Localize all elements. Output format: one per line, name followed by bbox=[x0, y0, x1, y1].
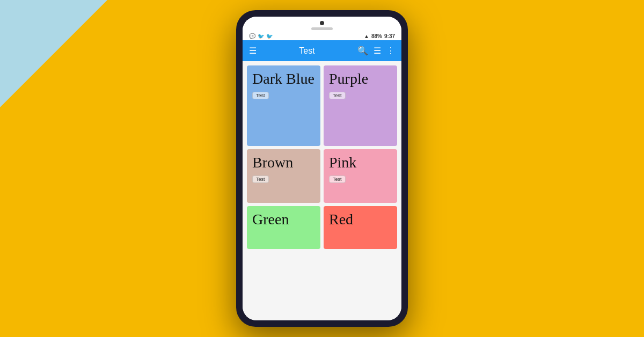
card-purple[interactable]: Purple Test bbox=[324, 65, 397, 146]
status-icons-left: 💬 🐦 🐦 bbox=[249, 33, 273, 39]
card-green-title: Green bbox=[252, 211, 315, 228]
phone-wrapper: 💬 🐦 🐦 ▲ 88% 9:37 ☰ Test 🔍 ☰ ⋮ bbox=[236, 10, 408, 327]
card-dark-blue-badge: Test bbox=[252, 92, 269, 99]
card-red-title: Red bbox=[329, 211, 392, 228]
more-options-icon[interactable]: ⋮ bbox=[386, 46, 395, 56]
app-bar: ☰ Test 🔍 ☰ ⋮ bbox=[243, 40, 401, 61]
card-pink-title: Pink bbox=[329, 155, 392, 171]
hamburger-menu-icon[interactable]: ☰ bbox=[249, 46, 257, 56]
card-green[interactable]: Green bbox=[247, 206, 320, 249]
card-brown-title: Brown bbox=[252, 155, 315, 171]
twitter-icon-2: 🐦 bbox=[266, 33, 273, 39]
twitter-icon-1: 🐦 bbox=[258, 33, 264, 39]
battery-level: 88% bbox=[371, 33, 382, 39]
clock: 9:37 bbox=[384, 33, 395, 39]
card-brown[interactable]: Brown Test bbox=[247, 149, 320, 203]
front-camera bbox=[320, 21, 324, 25]
card-pink-badge: Test bbox=[329, 175, 346, 183]
color-grid: Dark Blue Test Purple Test Brown Test Pi… bbox=[247, 65, 397, 249]
phone-hardware-top bbox=[243, 17, 401, 32]
message-icon: 💬 bbox=[249, 33, 255, 39]
search-icon[interactable]: 🔍 bbox=[357, 46, 368, 56]
card-red[interactable]: Red bbox=[324, 206, 397, 249]
status-indicators-right: ▲ 88% 9:37 bbox=[364, 33, 395, 39]
card-purple-badge: Test bbox=[329, 92, 346, 99]
phone-body: 💬 🐦 🐦 ▲ 88% 9:37 ☰ Test 🔍 ☰ ⋮ bbox=[236, 10, 408, 327]
phone-screen: 💬 🐦 🐦 ▲ 88% 9:37 ☰ Test 🔍 ☰ ⋮ bbox=[243, 17, 401, 320]
app-title: Test bbox=[262, 46, 352, 56]
status-bar: 💬 🐦 🐦 ▲ 88% 9:37 bbox=[243, 32, 401, 40]
list-view-icon[interactable]: ☰ bbox=[374, 46, 381, 56]
card-brown-badge: Test bbox=[252, 175, 269, 183]
content-area: Dark Blue Test Purple Test Brown Test Pi… bbox=[243, 61, 401, 320]
card-purple-title: Purple bbox=[329, 71, 392, 87]
card-dark-blue-title: Dark Blue bbox=[252, 71, 315, 87]
card-dark-blue[interactable]: Dark Blue Test bbox=[247, 65, 320, 146]
speaker-grille bbox=[311, 27, 333, 30]
signal-icon: ▲ bbox=[364, 33, 369, 39]
card-pink[interactable]: Pink Test bbox=[324, 149, 397, 203]
